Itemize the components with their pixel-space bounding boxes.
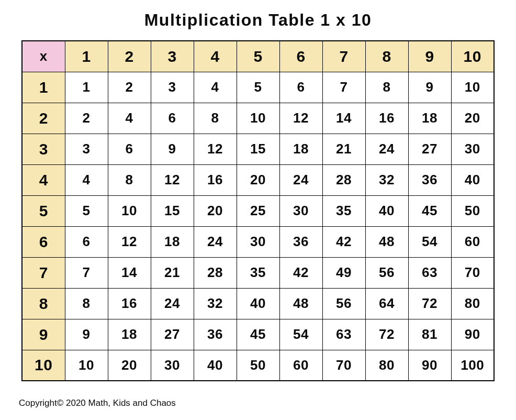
cell: 18 bbox=[108, 319, 151, 350]
col-header: 6 bbox=[279, 41, 322, 72]
row-header: 8 bbox=[22, 288, 65, 319]
cell: 42 bbox=[279, 257, 322, 288]
cell: 7 bbox=[65, 257, 108, 288]
cell: 10 bbox=[108, 195, 151, 226]
cell: 63 bbox=[408, 257, 451, 288]
cell: 27 bbox=[408, 134, 451, 164]
cell: 80 bbox=[451, 288, 494, 319]
row-header: 1 bbox=[22, 72, 65, 103]
cell: 20 bbox=[108, 350, 151, 381]
col-header: 10 bbox=[451, 41, 494, 72]
cell: 24 bbox=[279, 164, 322, 195]
cell: 10 bbox=[65, 350, 108, 381]
cell: 60 bbox=[451, 226, 494, 257]
cell: 100 bbox=[451, 350, 494, 381]
cell: 36 bbox=[408, 164, 451, 195]
cell: 48 bbox=[365, 226, 408, 257]
col-header: 5 bbox=[237, 41, 279, 72]
cell: 32 bbox=[194, 288, 237, 319]
cell: 4 bbox=[65, 164, 108, 195]
cell: 12 bbox=[151, 164, 194, 195]
cell: 36 bbox=[194, 319, 237, 350]
cell: 20 bbox=[194, 195, 237, 226]
row-header: 4 bbox=[22, 164, 65, 195]
cell: 6 bbox=[65, 226, 108, 257]
cell: 42 bbox=[322, 226, 365, 257]
cell: 20 bbox=[237, 164, 279, 195]
col-header: 1 bbox=[65, 41, 108, 72]
multiplication-table-container: x 1 2 3 4 5 6 7 8 9 10 1 1 2 3 4 5 6 7 8… bbox=[21, 40, 495, 381]
cell: 56 bbox=[322, 288, 365, 319]
cell: 15 bbox=[151, 195, 194, 226]
cell: 5 bbox=[237, 72, 279, 103]
cell: 9 bbox=[65, 319, 108, 350]
cell: 18 bbox=[279, 134, 322, 164]
cell: 81 bbox=[408, 319, 451, 350]
cell: 80 bbox=[365, 350, 408, 381]
cell: 35 bbox=[237, 257, 279, 288]
cell: 16 bbox=[108, 288, 151, 319]
col-header: 8 bbox=[365, 41, 408, 72]
cell: 54 bbox=[408, 226, 451, 257]
cell: 6 bbox=[108, 134, 151, 164]
cell: 49 bbox=[322, 257, 365, 288]
col-header: 3 bbox=[151, 41, 194, 72]
cell: 40 bbox=[194, 350, 237, 381]
cell: 48 bbox=[279, 288, 322, 319]
cell: 40 bbox=[237, 288, 279, 319]
cell: 8 bbox=[365, 72, 408, 103]
corner-cell: x bbox=[22, 41, 65, 72]
row-header: 3 bbox=[22, 134, 65, 164]
cell: 5 bbox=[65, 195, 108, 226]
cell: 9 bbox=[151, 134, 194, 164]
cell: 6 bbox=[279, 72, 322, 103]
cell: 36 bbox=[279, 226, 322, 257]
cell: 28 bbox=[194, 257, 237, 288]
cell: 16 bbox=[194, 164, 237, 195]
cell: 30 bbox=[279, 195, 322, 226]
cell: 1 bbox=[65, 72, 108, 103]
cell: 2 bbox=[108, 72, 151, 103]
cell: 24 bbox=[194, 226, 237, 257]
cell: 56 bbox=[365, 257, 408, 288]
cell: 64 bbox=[365, 288, 408, 319]
row-header: 2 bbox=[22, 103, 65, 134]
cell: 16 bbox=[365, 103, 408, 134]
cell: 40 bbox=[451, 164, 494, 195]
cell: 30 bbox=[237, 226, 279, 257]
col-header: 2 bbox=[108, 41, 151, 72]
row-header: 7 bbox=[22, 257, 65, 288]
cell: 30 bbox=[151, 350, 194, 381]
col-header: 4 bbox=[194, 41, 237, 72]
table-row: 9 9 18 27 36 45 54 63 72 81 90 bbox=[22, 319, 494, 350]
table-row: 5 5 10 15 20 25 30 35 40 45 50 bbox=[22, 195, 494, 226]
cell: 12 bbox=[194, 134, 237, 164]
cell: 18 bbox=[151, 226, 194, 257]
cell: 50 bbox=[451, 195, 494, 226]
row-header: 6 bbox=[22, 226, 65, 257]
col-header: 9 bbox=[408, 41, 451, 72]
copyright-text: Copyright© 2020 Math, Kids and Chaos bbox=[19, 398, 176, 408]
table-row: 7 7 14 21 28 35 42 49 56 63 70 bbox=[22, 257, 494, 288]
cell: 4 bbox=[194, 72, 237, 103]
cell: 3 bbox=[65, 134, 108, 164]
cell: 4 bbox=[108, 103, 151, 134]
cell: 72 bbox=[408, 288, 451, 319]
col-header: 7 bbox=[322, 41, 365, 72]
cell: 70 bbox=[451, 257, 494, 288]
cell: 30 bbox=[451, 134, 494, 164]
cell: 54 bbox=[279, 319, 322, 350]
cell: 8 bbox=[194, 103, 237, 134]
cell: 3 bbox=[151, 72, 194, 103]
cell: 10 bbox=[237, 103, 279, 134]
cell: 20 bbox=[451, 103, 494, 134]
table-row: 2 2 4 6 8 10 12 14 16 18 20 bbox=[22, 103, 494, 134]
cell: 90 bbox=[408, 350, 451, 381]
cell: 6 bbox=[151, 103, 194, 134]
row-header: 5 bbox=[22, 195, 65, 226]
cell: 7 bbox=[322, 72, 365, 103]
table-header-row: x 1 2 3 4 5 6 7 8 9 10 bbox=[22, 41, 494, 72]
cell: 24 bbox=[365, 134, 408, 164]
table-row: 4 4 8 12 16 20 24 28 32 36 40 bbox=[22, 164, 494, 195]
cell: 45 bbox=[237, 319, 279, 350]
